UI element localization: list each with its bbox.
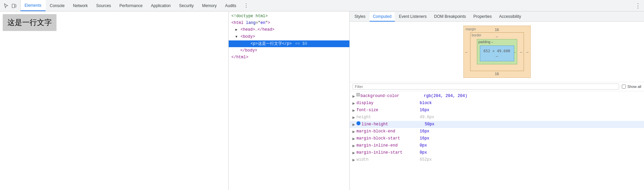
devtools-more-button[interactable]: ⋮ [635,2,641,9]
sub-tab-event-listeners[interactable]: Event Listeners [395,12,430,21]
color-swatch [356,93,360,96]
prop-name: background-color [361,93,421,99]
prop-value: 16px [420,128,429,134]
dom-line-p-selected[interactable]: … <p>这是一行文字</p> == $0 [229,40,349,47]
prop-value: 16px [420,107,429,113]
tab-audits[interactable]: Audits [221,0,240,11]
prop-expand-icon[interactable]: ▶ [352,107,356,114]
prop-value: 49.6px [420,114,434,120]
padding-box: padding – – 652 × 49.600 – [477,39,517,64]
prop-row[interactable]: ▶width652px [350,156,644,163]
prop-row[interactable]: ▶font-size16px [350,107,644,114]
dom-line-body-open[interactable]: ▼ <body> [229,33,349,40]
prop-expand-icon[interactable]: ▶ [352,143,356,149]
prop-value: rgb(204, 204, 204) [424,93,467,99]
select-element-icon[interactable] [3,2,9,9]
dom-line-body-close[interactable]: </body> [229,47,349,54]
sub-tab-styles[interactable]: Styles [351,12,369,21]
prop-row[interactable]: ▶background-colorrgb(204, 204, 204) [350,93,644,100]
margin-left-value: – [465,50,467,54]
prop-name: margin-inline-start [356,150,417,156]
prop-name: line-height [362,121,422,127]
preview-pane: 这是一行文字 [0,11,229,190]
tab-elements[interactable]: Elements [21,0,46,11]
border-right-value: – [520,50,522,54]
sub-tab-accessibility[interactable]: Accessibility [496,12,524,21]
more-tabs-button[interactable]: ⋮ [241,0,252,11]
box-model-section: margin 16 16 – – border – – [350,22,644,82]
prop-expand-icon[interactable]: ▶ [352,115,356,121]
sub-tab-dom-breakpoints[interactable]: DOM Breakpoints [431,12,469,21]
show-all-label[interactable]: Show all [622,85,641,89]
prop-name: display [356,100,417,106]
prop-name: margin-block-end [356,128,417,134]
devtools-toolbar: Elements Console Network Sources Perform… [0,0,644,11]
margin-bottom-value: 16 [495,72,499,76]
main-content: 这是一行文字 <!doctype html> <html lang="en"> … [0,11,644,190]
prop-name: margin-block-start [356,135,417,141]
box-model: margin 16 16 – – border – – [463,26,531,78]
tabs-bar: Elements Console Network Sources Perform… [21,0,635,11]
prop-expand-icon[interactable]: ▶ [352,157,356,163]
tab-memory[interactable]: Memory [198,0,221,11]
tab-performance[interactable]: Performance [115,0,147,11]
svg-rect-0 [12,4,15,8]
prop-name: width [356,157,417,163]
preview-text: 这是一行文字 [3,14,56,31]
filter-input[interactable] [352,84,619,90]
tab-network[interactable]: Network [69,0,92,11]
margin-right-value: – [526,50,528,54]
prop-value: 0px [420,150,427,156]
computed-properties: ▶background-colorrgb(204, 204, 204)▶disp… [350,91,644,190]
padding-label: padding – [479,40,493,44]
toolbar-left-icons [0,0,21,11]
prop-value: 16px [420,135,429,141]
dom-panel: <!doctype html> <html lang="en"> ▶ <head… [229,11,350,190]
device-toggle-icon[interactable] [11,2,17,9]
content-bottom-dash: – [496,54,498,58]
prop-row[interactable]: ▶margin-block-end16px [350,128,644,135]
sub-tabs: Styles Computed Event Listeners DOM Brea… [350,11,644,22]
content-box: 652 × 49.600 – [480,45,514,61]
prop-name: margin-inline-end [356,142,417,149]
sub-tab-computed[interactable]: Computed [370,12,395,22]
prop-expand-icon[interactable]: ▶ [352,136,356,142]
computed-circle-icon [356,121,361,125]
prop-row[interactable]: ▶displayblock [350,100,644,107]
prop-expand-icon[interactable]: ▶ [352,129,356,135]
prop-row[interactable]: ▶line-height50px [350,121,644,128]
dom-line-html[interactable]: <html lang="en"> [229,20,349,26]
prop-value: block [420,100,432,106]
tab-console[interactable]: Console [46,0,69,11]
prop-row[interactable]: ▶margin-block-start16px [350,135,644,142]
dom-line-html-close[interactable]: </html> [229,54,349,61]
prop-value: 50px [425,121,434,127]
margin-top-value: 16 [495,28,499,32]
dom-line-doctype[interactable]: <!doctype html> [229,13,349,20]
prop-value: 652px [420,157,432,163]
prop-expand-icon[interactable]: ▶ [352,122,356,128]
prop-expand-icon[interactable]: ▶ [352,100,356,106]
prop-row[interactable]: ▶margin-inline-start0px [350,149,644,156]
prop-value: 0px [420,142,427,149]
prop-row[interactable]: ▶margin-inline-end0px [350,142,644,149]
filter-row: Show all [350,82,644,91]
margin-label: margin [466,27,476,31]
dom-line-head[interactable]: ▶ <head>…</head> [229,26,349,33]
prop-row[interactable]: ▶height49.6px [350,114,644,121]
border-label: border [472,33,482,37]
tab-sources[interactable]: Sources [92,0,115,11]
styles-panel: Styles Computed Event Listeners DOM Brea… [350,11,644,190]
tab-application[interactable]: Application [147,0,175,11]
prop-expand-icon[interactable]: ▶ [352,150,356,156]
prop-name: height [356,114,417,120]
border-top-value: – [496,34,498,38]
show-all-checkbox[interactable] [622,85,626,89]
content-size: 652 × 49.600 [484,49,510,53]
sub-tab-properties[interactable]: Properties [470,12,495,21]
prop-expand-icon[interactable]: ▶ [352,93,356,99]
tab-security[interactable]: Security [175,0,198,11]
prop-name: font-size [356,107,417,113]
